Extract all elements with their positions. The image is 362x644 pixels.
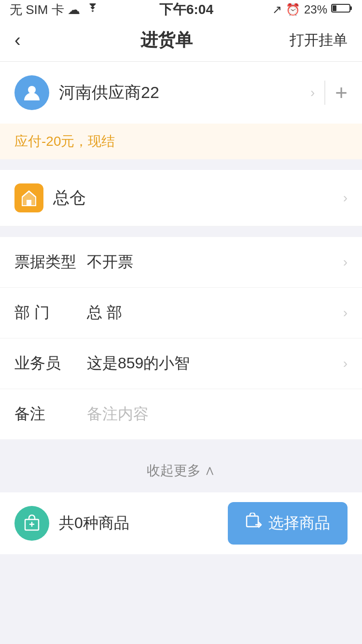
- location-icon: ↗: [272, 3, 282, 16]
- supplier-row[interactable]: 河南供应商22 › +: [0, 62, 362, 124]
- svg-rect-1: [350, 6, 352, 10]
- nav-bar: ‹ 进货单 打开挂单: [0, 19, 362, 62]
- page-title: 进货单: [140, 28, 193, 52]
- notice-bar: 应付-20元，现结: [0, 124, 362, 159]
- salesperson-chevron-icon: ›: [343, 356, 348, 371]
- product-count: 共0种商品: [59, 513, 218, 534]
- warehouse-icon: [14, 183, 43, 212]
- remark-label: 备注: [14, 404, 82, 425]
- content: 河南供应商22 › + 应付-20元，现结 总仓 › 票据类型 不开票: [0, 62, 362, 554]
- invoice-type-row[interactable]: 票据类型 不开票 ›: [0, 237, 362, 288]
- department-label: 部 门: [14, 302, 82, 323]
- collapse-bar[interactable]: 收起更多 ∧: [0, 449, 362, 492]
- salesperson-label: 业务员: [14, 353, 82, 374]
- select-product-icon: [245, 513, 263, 534]
- alarm-icon: ⏰: [286, 3, 300, 16]
- signal-text: 无 SIM 卡 ☁: [10, 1, 80, 18]
- invoice-type-label: 票据类型: [14, 252, 82, 273]
- department-value: 总 部: [82, 302, 343, 323]
- supplier-card: 河南供应商22 › + 应付-20元，现结: [0, 62, 362, 159]
- remark-input[interactable]: 备注内容: [82, 404, 348, 425]
- supplier-name: 河南供应商22: [59, 82, 310, 104]
- svg-rect-4: [27, 200, 31, 206]
- add-supplier-button[interactable]: +: [335, 81, 348, 105]
- supplier-avatar: [14, 75, 49, 110]
- warehouse-row[interactable]: 总仓 ›: [0, 170, 362, 226]
- status-time: 下午6:04: [159, 0, 213, 19]
- battery-icon: [331, 3, 352, 16]
- salesperson-value: 这是859的小智: [82, 353, 343, 374]
- product-icon: [14, 506, 49, 541]
- warehouse-card: 总仓 ›: [0, 170, 362, 226]
- back-button[interactable]: ‹: [14, 30, 43, 51]
- department-chevron-icon: ›: [343, 305, 348, 321]
- status-right: ↗ ⏰ 23%: [272, 3, 352, 16]
- battery-text: 23%: [304, 3, 327, 16]
- status-bar: 无 SIM 卡 ☁ 下午6:04 ↗ ⏰ 23%: [0, 0, 362, 19]
- invoice-type-chevron-icon: ›: [343, 254, 348, 270]
- open-pending-button[interactable]: 打开挂单: [290, 30, 348, 50]
- supplier-divider: [324, 81, 325, 105]
- supplier-chevron-icon: ›: [310, 85, 315, 100]
- select-product-label: 选择商品: [268, 513, 330, 534]
- warehouse-name: 总仓: [53, 187, 343, 209]
- department-row[interactable]: 部 门 总 部 ›: [0, 288, 362, 338]
- svg-rect-2: [333, 5, 336, 11]
- status-left: 无 SIM 卡 ☁: [10, 1, 100, 18]
- warehouse-chevron-icon: ›: [343, 190, 348, 206]
- remark-row[interactable]: 备注 备注内容: [0, 389, 362, 439]
- select-product-button[interactable]: 选择商品: [228, 502, 348, 545]
- wifi-icon: [85, 2, 100, 17]
- salesperson-row[interactable]: 业务员 这是859的小智 ›: [0, 338, 362, 389]
- bottom-bar: 共0种商品 选择商品: [0, 492, 362, 554]
- svg-point-3: [28, 86, 36, 94]
- invoice-type-value: 不开票: [82, 252, 343, 273]
- form-card: 票据类型 不开票 › 部 门 总 部 › 业务员 这是859的小智 › 备注 备…: [0, 237, 362, 439]
